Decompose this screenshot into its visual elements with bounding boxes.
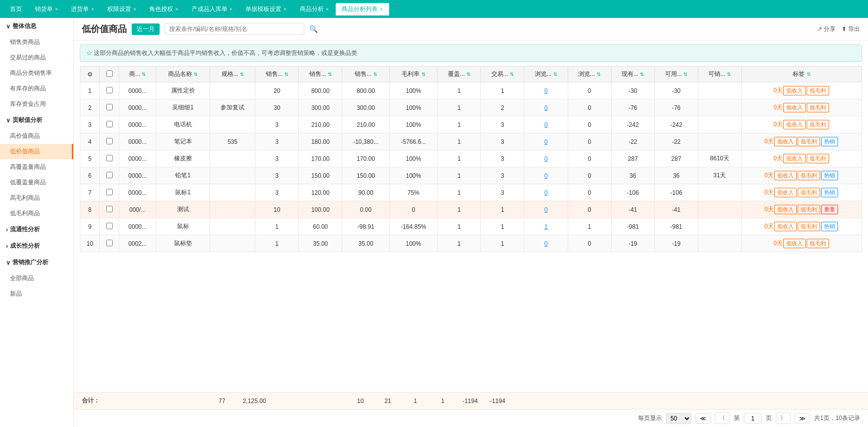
- col-settings[interactable]: ⚙: [80, 66, 100, 82]
- row-index: 9: [80, 218, 100, 235]
- row-code: 0000...: [119, 82, 156, 99]
- nav-permission[interactable]: 权限设置 ×: [101, 3, 142, 15]
- row-browse1[interactable]: 0: [524, 116, 568, 133]
- row-checkbox[interactable]: [100, 82, 119, 99]
- row-browse1[interactable]: 0: [524, 82, 568, 99]
- nav-goods-analysis-list[interactable]: 商品分析列表 ×: [336, 3, 389, 15]
- share-button[interactable]: ↗ 分享: [817, 25, 836, 33]
- search-icon[interactable]: 🔍: [309, 25, 318, 33]
- row-gross-rate: -5766.6...: [390, 133, 437, 150]
- row-sales-amt2: 800.00: [342, 82, 390, 99]
- sidebar-group-growth[interactable]: › 成长性分析: [0, 238, 73, 254]
- row-tags: 0天低收入低毛利: [741, 82, 862, 99]
- col-code[interactable]: 商... ⇅: [119, 66, 156, 82]
- col-tags[interactable]: 标签 ⇅: [741, 66, 862, 82]
- sidebar-item-low-coverage[interactable]: 低覆盖量商品: [0, 175, 73, 190]
- close-icon[interactable]: ×: [133, 6, 136, 12]
- nav-home[interactable]: 首页: [4, 3, 28, 15]
- sidebar-item-high-margin[interactable]: 高毛利商品: [0, 190, 73, 206]
- row-browse1[interactable]: 0: [524, 150, 568, 167]
- current-page-input[interactable]: [744, 414, 762, 424]
- per-page-select[interactable]: 50 100: [666, 413, 691, 424]
- row-name: 橡皮擦: [156, 150, 210, 167]
- sidebar-item-stock-capital[interactable]: 库存资金占用: [0, 96, 73, 112]
- sidebar-group-contribution[interactable]: ∨ 贡献值分析: [0, 112, 73, 128]
- sidebar-item-low-margin[interactable]: 低毛利商品: [0, 206, 73, 221]
- prev-page-button[interactable]: 〈: [715, 413, 730, 424]
- close-icon[interactable]: ×: [283, 6, 286, 12]
- date-filter-button[interactable]: 近一月: [132, 23, 160, 35]
- export-button[interactable]: ⬆ 导出: [842, 25, 860, 33]
- close-icon[interactable]: ×: [326, 6, 329, 12]
- col-coverage[interactable]: 覆盖... ⇅: [437, 66, 481, 82]
- select-all-checkbox[interactable]: [106, 70, 113, 77]
- col-gross-rate[interactable]: 毛利率 ⇅: [390, 66, 437, 82]
- row-browse1[interactable]: 0: [524, 99, 568, 116]
- close-icon[interactable]: ×: [91, 6, 94, 12]
- nav-purchase-order[interactable]: 进货单 ×: [65, 3, 100, 15]
- search-input[interactable]: [165, 23, 304, 35]
- first-page-button[interactable]: ≪: [695, 414, 711, 424]
- col-trade[interactable]: 交易... ⇅: [481, 66, 524, 82]
- close-icon[interactable]: ×: [175, 6, 178, 12]
- sidebar-item-all-goods[interactable]: 全部商品: [0, 271, 73, 286]
- nav-role-auth[interactable]: 角色授权 ×: [143, 3, 184, 15]
- col-spec[interactable]: 规格... ⇅: [210, 66, 255, 82]
- row-checkbox[interactable]: [100, 201, 119, 218]
- sidebar-item-stocked-goods[interactable]: 有库存的商品: [0, 81, 73, 96]
- row-tags: 0天低收入低毛利: [741, 99, 862, 116]
- sidebar-item-high-value[interactable]: 高价值商品: [0, 128, 73, 144]
- nav-sales-order[interactable]: 销货单 ×: [29, 3, 64, 15]
- col-stock[interactable]: 现有... ⇅: [611, 66, 654, 82]
- sidebar-item-category-sales[interactable]: 商品分类销售率: [0, 65, 73, 81]
- row-checkbox[interactable]: [100, 218, 119, 235]
- row-sellable: [698, 99, 741, 116]
- row-browse1[interactable]: 0: [524, 167, 568, 184]
- close-icon[interactable]: ×: [380, 6, 383, 12]
- row-gross-rate: 75%: [390, 184, 437, 201]
- col-sales-qty[interactable]: 销售... ⇅: [255, 66, 299, 82]
- row-checkbox[interactable]: [100, 116, 119, 133]
- col-sellable[interactable]: 可销... ⇅: [698, 66, 741, 82]
- row-browse1[interactable]: 0: [524, 235, 568, 252]
- sidebar-item-low-value[interactable]: 低价值商品: [0, 144, 73, 159]
- row-checkbox[interactable]: [100, 99, 119, 116]
- sidebar-item-high-coverage[interactable]: 高覆盖量商品: [0, 159, 73, 175]
- row-browse1[interactable]: 0: [524, 184, 568, 201]
- close-icon[interactable]: ×: [55, 6, 58, 12]
- sidebar-item-traded-goods[interactable]: 交易过的商品: [0, 50, 73, 65]
- row-checkbox[interactable]: [100, 150, 119, 167]
- col-sales-amt2[interactable]: 销售... ⇅: [342, 66, 390, 82]
- sidebar-group-marketing[interactable]: ∨ 营销推广分析: [0, 254, 73, 271]
- col-checkbox[interactable]: [100, 66, 119, 82]
- nav-finished-goods[interactable]: 产成品入库单 ×: [186, 3, 238, 15]
- close-icon[interactable]: ×: [229, 6, 232, 12]
- row-index: 5: [80, 150, 100, 167]
- row-browse1[interactable]: 0: [524, 201, 568, 218]
- col-sales-amt[interactable]: 销售... ⇅: [299, 66, 342, 82]
- row-sellable: [698, 133, 741, 150]
- col-browse2[interactable]: 浏览... ⇅: [568, 66, 611, 82]
- sidebar-group-liquidity[interactable]: › 流通性分析: [0, 221, 73, 238]
- row-code: 0000...: [119, 218, 156, 235]
- col-avail[interactable]: 可用... ⇅: [654, 66, 698, 82]
- sidebar-item-new-goods[interactable]: 新品: [0, 286, 73, 302]
- sidebar-item-sales-goods[interactable]: 销售类商品: [0, 34, 73, 50]
- last-page-button[interactable]: ≫: [795, 414, 810, 424]
- row-checkbox[interactable]: [100, 133, 119, 150]
- sidebar-group-overview[interactable]: ∨ 整体信息: [0, 18, 73, 34]
- row-browse1[interactable]: 1: [524, 218, 568, 235]
- nav-template[interactable]: 单据模板设置 ×: [239, 3, 292, 15]
- col-name[interactable]: 商品名称 ⇅: [156, 66, 210, 82]
- row-browse1[interactable]: 0: [524, 133, 568, 150]
- next-page-button[interactable]: 〉: [776, 413, 791, 424]
- row-avail: -242: [654, 116, 698, 133]
- row-checkbox[interactable]: [100, 167, 119, 184]
- nav-goods-analysis[interactable]: 商品分析 ×: [294, 3, 335, 15]
- content-header: 低价值商品 近一月 🔍 ↗ 分享 ⬆ 导出: [74, 18, 868, 40]
- row-sales-qty: 20: [255, 82, 299, 99]
- col-browse1[interactable]: 浏览... ⇅: [524, 66, 568, 82]
- row-browse2: 0: [568, 82, 611, 99]
- row-checkbox[interactable]: [100, 235, 119, 252]
- row-checkbox[interactable]: [100, 184, 119, 201]
